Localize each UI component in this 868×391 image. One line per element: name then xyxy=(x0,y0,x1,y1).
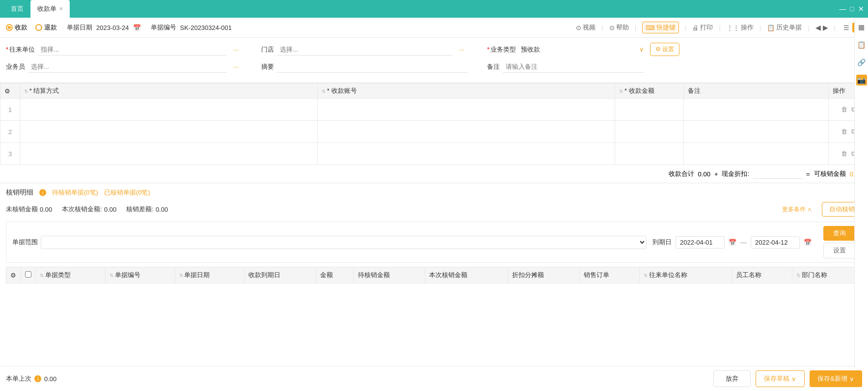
biz-type-value: 预收款 xyxy=(521,45,540,54)
account-cell-2[interactable] xyxy=(318,121,615,143)
biz-type-dropdown[interactable]: ∨ xyxy=(639,46,644,53)
help-btn[interactable]: ⊙ 帮助 xyxy=(609,23,629,32)
sep3: | xyxy=(685,24,686,31)
tab-receipt[interactable]: 收款单 × xyxy=(30,0,70,18)
partner-more[interactable]: ··· xyxy=(230,46,242,54)
due-date-label: 到期日 xyxy=(652,238,672,247)
main-content: 收款 退款 单据日期 2023-03-24 📅 单据编号 SK-20230324… xyxy=(0,18,868,391)
calendar-icon-end[interactable]: 📅 xyxy=(804,239,812,246)
more-conditions-btn[interactable]: 更多条件 ∧ xyxy=(782,205,812,214)
partner-field: 往来单位 ··· xyxy=(6,44,242,56)
sidebar-icon-doc[interactable]: 📋 xyxy=(856,39,867,50)
remark-cell-1[interactable] xyxy=(684,99,829,121)
bottom-value: 0.00 xyxy=(44,375,56,383)
nav-arrows: ◀ ▶ xyxy=(815,24,828,31)
settlement-cell-2[interactable] xyxy=(20,121,318,143)
unclaimed-label: 未核销金额 xyxy=(6,205,38,214)
amount-cell-1[interactable] xyxy=(615,99,684,121)
store-more[interactable]: ··· xyxy=(456,46,467,54)
discard-button[interactable]: 放弃 xyxy=(713,370,751,387)
verify-info-icon[interactable]: i xyxy=(39,189,46,196)
discount-input[interactable] xyxy=(753,169,802,179)
remark-cell-3[interactable] xyxy=(684,143,829,165)
query-button[interactable]: 查询 xyxy=(823,226,856,241)
radio-receipt[interactable]: 收款 xyxy=(6,23,27,32)
nav-prev[interactable]: ◀ xyxy=(815,24,821,31)
salesperson-more[interactable]: ··· xyxy=(230,63,242,71)
summary-label: 摘要 xyxy=(261,62,274,71)
date-sep: — xyxy=(740,239,747,246)
shortcut-btn[interactable]: ⌨ 快捷键 xyxy=(642,22,679,33)
amount-cell-2[interactable] xyxy=(615,121,684,143)
settlement-cell-3[interactable] xyxy=(20,143,318,165)
tab-home[interactable]: 首页 xyxy=(4,0,30,18)
account-cell-3[interactable] xyxy=(318,143,615,165)
sep2: | xyxy=(635,24,636,31)
tab-receipt-close[interactable]: × xyxy=(59,5,63,12)
settlement-cell-1[interactable] xyxy=(20,99,318,121)
delete-icon-1[interactable]: 🗑 xyxy=(841,106,847,113)
operation-btn[interactable]: ⋮⋮ 操作 xyxy=(727,23,754,32)
sidebar-icon-table[interactable]: ▦ xyxy=(856,22,867,32)
form-row-2: 业务员 ··· 摘要 备注 xyxy=(6,61,862,73)
th-dept: ⇅ 部门名称 xyxy=(792,267,862,283)
select-all-checkbox[interactable] xyxy=(25,271,31,278)
tab-receipt-label: 收款单 xyxy=(37,4,56,13)
save-new-button[interactable]: 保存&新增 ∨ xyxy=(810,370,862,387)
sep7: | xyxy=(834,24,836,31)
summary-input[interactable] xyxy=(277,61,467,73)
radio-receipt-label: 收款 xyxy=(15,23,27,32)
done-tab[interactable]: 已核销单据(0笔) xyxy=(104,188,150,197)
layout-list[interactable]: ☰ xyxy=(841,23,851,32)
calendar-icon[interactable]: 📅 xyxy=(133,24,141,31)
net-label: 可核销金额 xyxy=(814,169,846,178)
remark-input[interactable] xyxy=(503,61,644,73)
filter-settings-button[interactable]: 设置 xyxy=(823,243,856,258)
amount-cell-3[interactable] xyxy=(615,143,684,165)
history-btn[interactable]: 📋 历史单据 xyxy=(767,23,802,32)
help-icon: ⊙ xyxy=(609,24,615,31)
delete-icon-2[interactable]: 🗑 xyxy=(841,128,847,136)
row-num-2: 2 xyxy=(0,121,20,143)
print-btn[interactable]: 🖨 打印 xyxy=(692,23,713,32)
remark-cell-2[interactable] xyxy=(684,121,829,143)
delete-icon-3[interactable]: 🗑 xyxy=(841,150,847,158)
window-maximize[interactable]: □ xyxy=(850,5,854,13)
sidebar-icon-link[interactable]: 🔗 xyxy=(856,57,867,68)
th-gear[interactable]: ⚙ xyxy=(0,84,20,99)
window-close[interactable]: ✕ xyxy=(858,5,864,13)
due-date-end[interactable] xyxy=(751,236,800,249)
calendar-icon-start[interactable]: 📅 xyxy=(729,239,736,246)
history-icon: 📋 xyxy=(767,24,775,31)
radio-refund-circle xyxy=(35,24,42,31)
stats-row: 未核销金额 0.00 本次核销金额: 0.00 核销差额: 0.00 更多条件 … xyxy=(6,202,862,217)
settings-btn-container: ⚙ 设置 xyxy=(650,43,679,56)
sidebar-icon-camera[interactable]: 📸 xyxy=(856,75,867,85)
save-draft-chevron: ∨ xyxy=(791,375,796,383)
due-date-start[interactable] xyxy=(676,236,725,249)
doc-range-select[interactable] xyxy=(41,236,647,249)
th-pending2: 待核销金额 xyxy=(353,267,425,283)
store-input[interactable] xyxy=(277,44,453,56)
total-label: 收款合计 xyxy=(669,169,694,178)
salesperson-input[interactable] xyxy=(28,61,227,73)
toolbar-right: ⊙ 视频 | ⊙ 帮助 | ⌨ 快捷键 | 🖨 打印 | ⋮⋮ 操作 xyxy=(576,22,862,33)
filter-buttons: 查询 设置 xyxy=(823,226,856,258)
radio-refund[interactable]: 退款 xyxy=(35,23,57,32)
doc-number-value: SK-20230324-001 xyxy=(180,24,232,31)
partner-input[interactable] xyxy=(38,44,227,56)
bottom-info-icon[interactable]: i xyxy=(34,375,41,382)
settings-button[interactable]: ⚙ 设置 xyxy=(650,43,679,56)
doc-date-label: 单据日期 xyxy=(67,23,92,32)
pending-tab[interactable]: 待核销单据(0笔) xyxy=(52,188,98,197)
th-date: ⇅ 单据日期 xyxy=(175,267,244,283)
video-btn[interactable]: ⊙ 视频 xyxy=(576,23,596,32)
window-minimize[interactable]: — xyxy=(840,5,846,13)
account-cell-1[interactable] xyxy=(318,99,615,121)
th-gear2[interactable]: ⚙ xyxy=(6,267,21,283)
nav-next[interactable]: ▶ xyxy=(823,24,828,31)
th-partner2: ⇅ 往来单位名称 xyxy=(640,267,732,283)
th-sales-order: 销售订单 xyxy=(579,267,640,283)
th-amount: ⇅ * 收款金额 xyxy=(615,84,684,99)
save-draft-button[interactable]: 保存草稿 ∨ xyxy=(756,370,805,387)
